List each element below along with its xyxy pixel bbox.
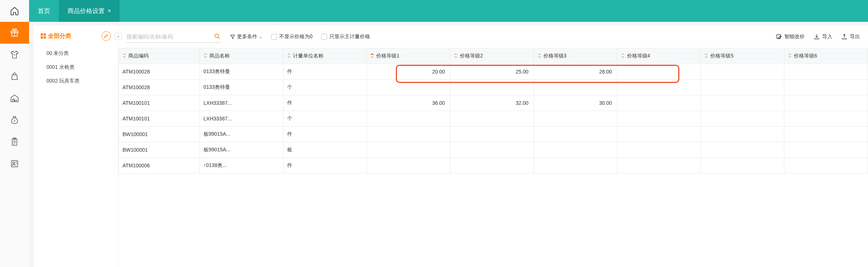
table-row[interactable]: BW100001板99015A...件: [119, 127, 868, 142]
cell-p6[interactable]: [784, 64, 868, 80]
cell-p4[interactable]: [617, 127, 701, 142]
cell-code: BW100001: [119, 142, 200, 158]
table-row[interactable]: ATM1000280133奥特曼件20.0025.0028.00: [119, 64, 868, 80]
table-header-row: 商品编码 商品名称 计量单位名称 价格等级1 价格等级2 价格等级3 价格等级4…: [119, 48, 868, 64]
tree-item[interactable]: 0001 水枪类: [33, 60, 118, 74]
close-icon[interactable]: ×: [108, 8, 111, 14]
chevron-down-icon: ⌄: [259, 34, 262, 39]
nav-warehouse[interactable]: [0, 87, 29, 109]
cell-p1[interactable]: 36.00: [367, 95, 450, 111]
cell-p6[interactable]: [784, 95, 868, 111]
cell-p6[interactable]: [784, 80, 868, 95]
sort-icon: [454, 53, 458, 58]
table-row[interactable]: ATM100006↑0138奥...件: [119, 158, 868, 174]
cell-p1[interactable]: [367, 80, 450, 95]
col-code[interactable]: 商品编码: [119, 48, 200, 64]
cell-p3[interactable]: [534, 80, 617, 95]
nav-shirt[interactable]: S: [0, 44, 29, 65]
cell-p1[interactable]: 20.00: [367, 64, 450, 80]
nav-bag[interactable]: [0, 65, 29, 87]
col-p1[interactable]: 价格等级1: [367, 48, 450, 64]
checkbox-hide-zero[interactable]: 不显示价格为0: [271, 33, 313, 40]
tab-price-settings[interactable]: 商品价格设置 ×: [59, 0, 120, 22]
cell-p5[interactable]: [701, 142, 784, 158]
col-p2[interactable]: 价格等级2: [450, 48, 534, 64]
nav-contacts[interactable]: [0, 153, 29, 175]
import-icon: [813, 33, 820, 40]
cell-p2[interactable]: 25.00: [450, 64, 534, 80]
cell-p1[interactable]: [367, 111, 450, 127]
col-p6[interactable]: 价格等级6: [784, 48, 868, 64]
tree-item[interactable]: 00 未分类: [33, 47, 118, 60]
cell-p2[interactable]: [450, 142, 534, 158]
import-button[interactable]: 导入: [813, 33, 832, 40]
cell-p3[interactable]: 30.00: [534, 95, 617, 111]
col-p5[interactable]: 价格等级5: [701, 48, 784, 64]
nav-money[interactable]: ¥: [0, 109, 29, 131]
cell-p3[interactable]: [534, 111, 617, 127]
cell-p5[interactable]: [701, 158, 784, 174]
smart-edit-button[interactable]: 智能改价: [776, 33, 805, 40]
cell-p2[interactable]: [450, 127, 534, 142]
col-unit[interactable]: 计量单位名称: [283, 48, 367, 64]
checkbox-only-main-unit[interactable]: 只显示主计量价格: [321, 33, 370, 40]
tab-label: 首页: [38, 7, 50, 15]
col-p4[interactable]: 价格等级4: [617, 48, 701, 64]
cell-p2[interactable]: [450, 158, 534, 174]
cell-p1[interactable]: [367, 127, 450, 142]
tab-home[interactable]: 首页: [29, 0, 59, 22]
cell-p4[interactable]: [617, 142, 701, 158]
cell-p2[interactable]: 32.00: [450, 95, 534, 111]
cell-p5[interactable]: [701, 95, 784, 111]
cell-p5[interactable]: [701, 80, 784, 95]
cell-p4[interactable]: [617, 111, 701, 127]
cell-p2[interactable]: [450, 111, 534, 127]
table-row[interactable]: BW100001板99015A...板: [119, 142, 868, 158]
sort-icon: [538, 53, 541, 58]
nav-clipboard[interactable]: [0, 131, 29, 153]
cell-p3[interactable]: [534, 127, 617, 142]
svg-point-7: [13, 162, 15, 164]
cell-p3[interactable]: 28.00: [534, 64, 617, 80]
cell-p4[interactable]: [617, 64, 701, 80]
col-name[interactable]: 商品名称: [200, 48, 283, 64]
tabbar: 首页 商品价格设置 ×: [29, 0, 868, 22]
cell-p6[interactable]: [784, 142, 868, 158]
cell-p1[interactable]: [367, 142, 450, 158]
cell-p6[interactable]: [784, 111, 868, 127]
cell-p3[interactable]: [534, 158, 617, 174]
table-row[interactable]: ATM1000280133奥特曼个: [119, 80, 868, 95]
nav-home[interactable]: [0, 0, 29, 22]
table-row[interactable]: ATM100101LXH33387...个: [119, 111, 868, 127]
cell-p4[interactable]: [617, 95, 701, 111]
table-row[interactable]: ATM100101LXH33387...件36.0032.0030.00: [119, 95, 868, 111]
edit-categories-button[interactable]: [101, 31, 111, 41]
export-button[interactable]: 导出: [841, 33, 860, 40]
search-input[interactable]: [126, 31, 221, 43]
cell-p5[interactable]: [701, 64, 784, 80]
tree-item[interactable]: 0002 玩具车类: [33, 74, 118, 88]
collapse-sidebar-button[interactable]: «: [114, 33, 122, 40]
checkbox-icon: [321, 34, 327, 40]
cell-p4[interactable]: [617, 80, 701, 95]
cell-p6[interactable]: [784, 158, 868, 174]
nav-products[interactable]: [0, 22, 29, 44]
svg-point-8: [215, 34, 218, 37]
cell-p5[interactable]: [701, 127, 784, 142]
cell-p3[interactable]: [534, 142, 617, 158]
cell-code: BW100001: [119, 127, 200, 142]
cell-p6[interactable]: [784, 127, 868, 142]
cell-p4[interactable]: [617, 158, 701, 174]
home-icon: [10, 6, 19, 16]
cell-p2[interactable]: [450, 80, 534, 95]
cell-code: ATM100101: [119, 95, 200, 111]
cell-p5[interactable]: [701, 111, 784, 127]
money-bag-icon: ¥: [10, 115, 19, 125]
category-title[interactable]: 全部分类: [41, 32, 71, 40]
cell-unit: 个: [283, 111, 367, 127]
search-icon[interactable]: [214, 33, 221, 41]
more-filters-button[interactable]: 更多条件 ⌄: [230, 33, 262, 40]
col-p3[interactable]: 价格等级3: [534, 48, 617, 64]
cell-unit: 件: [283, 127, 367, 142]
cell-p1[interactable]: [367, 158, 450, 174]
